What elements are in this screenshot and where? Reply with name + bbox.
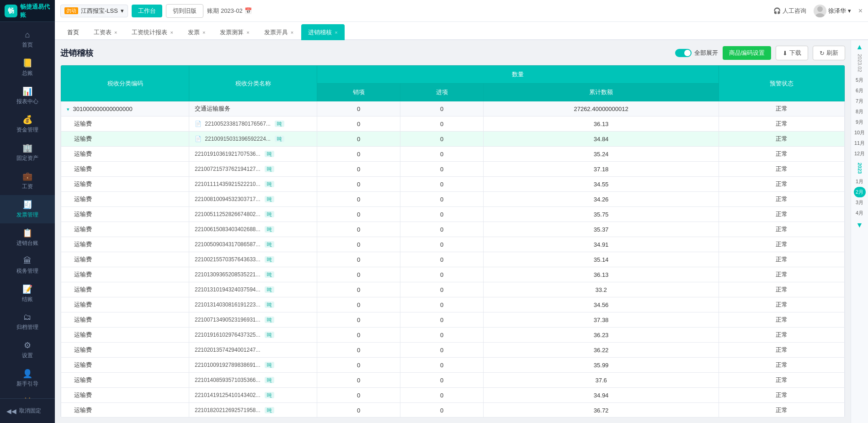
tab-salary-report[interactable]: 工资统计报表 ×	[125, 24, 180, 40]
col-tax-name: 税收分类名称	[189, 66, 317, 101]
back-button[interactable]: 切到旧版	[166, 4, 203, 18]
table-cell-sales: 0	[317, 282, 400, 297]
sidebar-item-archive[interactable]: 🗂 归档管理	[0, 308, 55, 336]
table-cell-status: 正常	[719, 177, 845, 192]
sidebar-pin-btn[interactable]: ◀◀ 取消固定	[0, 403, 55, 418]
table-cell-name: 运输费	[61, 207, 189, 222]
sidebar-item-invoice[interactable]: 🧾 发票管理	[0, 195, 55, 223]
calendar-month-6[interactable]: 6月	[851, 85, 868, 96]
sidebar-item-capital[interactable]: 💰 资金管理	[0, 110, 55, 138]
table-cell-name: 运输费	[61, 267, 189, 282]
table-cell-cumulative: 37.6	[484, 373, 719, 388]
table-cell-cumulative: 36.72	[484, 403, 719, 418]
sidebar-item-capital-label: 资金管理	[16, 126, 38, 134]
table-cell-sales: 0	[317, 101, 400, 116]
calendar-month-12[interactable]: 12月	[851, 148, 868, 159]
table-cell-cumulative: 35.75	[484, 207, 719, 222]
table-cell-code: 22100509034317086587... 吨	[189, 237, 317, 252]
calendar-month-2[interactable]: 2月	[854, 187, 866, 197]
sidebar-item-sales[interactable]: 📋 进销台账	[0, 223, 55, 252]
content-main: 进销稽核 全部展开 商品编码设置 ⬇ 下载 ↻ 刷新	[55, 40, 851, 423]
tab-salary-report-close[interactable]: ×	[170, 30, 173, 35]
calendar-month-7[interactable]: 7月	[851, 96, 868, 106]
calendar-month-3[interactable]: 3月	[851, 197, 868, 208]
table-cell-code: ▾ 301000000000000000	[61, 101, 189, 116]
expand-toggle[interactable]	[675, 49, 692, 57]
table-cell-code: 22101820212692571958... 吨	[189, 403, 317, 418]
table-cell-name: 运输费	[61, 373, 189, 388]
sidebar-item-home[interactable]: ⌂ 首页	[0, 26, 55, 53]
table-cell-name: 运输费	[61, 252, 189, 267]
download-btn[interactable]: ⬇ 下载	[776, 46, 808, 60]
table-cell-purchase: 0	[400, 373, 484, 388]
sidebar-item-salary[interactable]: 💼 工资	[0, 167, 55, 195]
tab-sales-check[interactable]: 进销稽核 ×	[301, 24, 344, 40]
calendar-up-btn[interactable]: ▲	[855, 42, 864, 52]
calendar-month-4[interactable]: 4月	[851, 208, 868, 218]
tab-invoice-open-close[interactable]: ×	[291, 30, 293, 35]
calendar-month-5[interactable]: 5月	[851, 75, 868, 85]
table-cell-code: 22101916102976437325... 吨	[189, 328, 317, 343]
close-button[interactable]: ×	[858, 7, 863, 15]
tab-salary-table-close[interactable]: ×	[114, 30, 117, 35]
table-cell-cumulative: 35.37	[484, 222, 719, 237]
table-cell-sales: 0	[317, 192, 400, 207]
calendar-month-9[interactable]: 9月	[851, 117, 868, 127]
workspace-button[interactable]: 工作台	[132, 5, 162, 17]
calendar-month-8[interactable]: 8月	[851, 106, 868, 117]
table-cell-sales: 0	[317, 252, 400, 267]
sidebar-item-tax[interactable]: 🏛 税务管理	[0, 252, 55, 280]
help-btn[interactable]: 🎧 人工咨询	[773, 7, 806, 15]
sidebar-item-report[interactable]: 📊 报表中心	[0, 82, 55, 110]
tab-invoice-open[interactable]: 发票开具 ×	[257, 24, 300, 40]
table-cell-purchase: 0	[400, 162, 484, 177]
sidebar-item-fixed[interactable]: 🏢 固定资产	[0, 138, 55, 167]
tab-sales-check-close[interactable]: ×	[335, 30, 337, 35]
tab-home[interactable]: 首页	[60, 24, 86, 40]
calendar-month-11[interactable]: 11月	[851, 138, 868, 148]
table-cell-purchase: 0	[400, 237, 484, 252]
calendar-month-10[interactable]: 10月	[851, 127, 868, 138]
refresh-icon: ↻	[820, 50, 825, 57]
product-code-btn[interactable]: 商品编码设置	[723, 46, 771, 60]
expand-toggle-label[interactable]: 全部展开	[675, 49, 718, 57]
sidebar-item-ledger[interactable]: 📒 总账	[0, 53, 55, 82]
table-cell-name: 运输费	[61, 177, 189, 192]
topbar-right: 🎧 人工咨询 徐泽华 ▾ ×	[773, 5, 863, 17]
table-cell-purchase: 0	[400, 252, 484, 267]
period-value: 2023-02	[221, 7, 243, 14]
sidebar-item-settle[interactable]: 📝 结账	[0, 280, 55, 308]
tab-invoice-calc-close[interactable]: ×	[246, 30, 249, 35]
calendar-down-btn[interactable]: ▼	[855, 220, 864, 230]
sidebar-item-report-label: 报表中心	[16, 98, 38, 106]
calendar-month-1[interactable]: 1月	[851, 176, 868, 187]
table-cell-purchase: 0	[400, 177, 484, 192]
table-cell-cumulative: 36.13	[484, 116, 719, 132]
user-menu[interactable]: 徐泽华 ▾	[814, 5, 851, 17]
table-cell-code: 22100713490523196931... 吨	[189, 312, 317, 328]
pin-icon: ◀◀	[6, 407, 16, 415]
table-cell-status: 正常	[719, 192, 845, 207]
sidebar-item-member[interactable]: 👑 畅会员	[0, 392, 55, 398]
tab-invoice-close[interactable]: ×	[202, 30, 205, 35]
table-cell-status: 正常	[719, 147, 845, 162]
company-selector[interactable]: 勿动 江西报宝-LSS ▾	[60, 5, 128, 17]
tab-invoice[interactable]: 发票 ×	[181, 24, 212, 40]
company-name: 江西报宝-LSS	[81, 7, 118, 15]
page-actions: 全部展开 商品编码设置 ⬇ 下载 ↻ 刷新	[675, 46, 845, 60]
tab-salary-table[interactable]: 工资表 ×	[87, 24, 124, 40]
table-cell-purchase: 0	[400, 222, 484, 237]
tab-invoice-calc[interactable]: 发票测算 ×	[213, 24, 256, 40]
table-cell-status: 正常	[719, 358, 845, 373]
col-sales: 销项	[317, 84, 400, 101]
table-cell-sales: 0	[317, 267, 400, 282]
col-tax-code: 税收分类编码	[61, 66, 189, 101]
sidebar-item-settings[interactable]: ⚙ 设置	[0, 336, 55, 364]
user-chevron-icon: ▾	[848, 7, 851, 14]
table-cell-name: 运输费	[61, 328, 189, 343]
sidebar-item-guide[interactable]: 👤 新手引导	[0, 364, 55, 392]
refresh-btn[interactable]: ↻ 刷新	[813, 46, 845, 60]
expand-icon[interactable]: ▾	[67, 106, 69, 112]
table-cell-name: 运输费	[61, 312, 189, 328]
table-cell-code: 22100810094532303717... 吨	[189, 192, 317, 207]
